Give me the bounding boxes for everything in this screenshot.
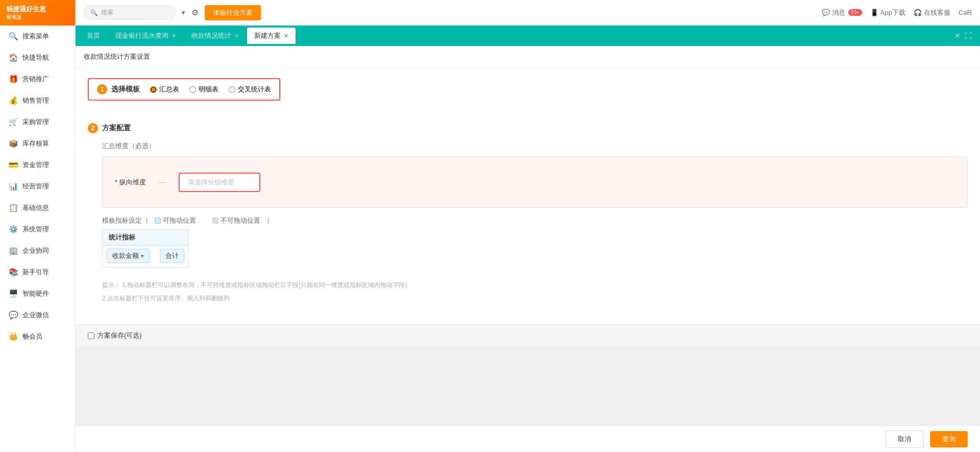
sidebar-item-capital[interactable]: 💳 资金管理	[0, 154, 75, 176]
tab-new-plan[interactable]: 新建方案✕	[247, 28, 296, 44]
section1-wrapper: 1 选择模板 汇总表 明细表	[88, 78, 968, 113]
tab-home[interactable]: 首页	[80, 28, 107, 44]
search-icon: 🔍	[90, 9, 98, 16]
radio-cross[interactable]: 交叉统计表	[229, 85, 271, 94]
fixed-dot	[212, 218, 218, 224]
sidebar-item-basic-info[interactable]: 📋 基础信息	[0, 197, 75, 219]
tab-label-collection-stat: 收款情况统计	[191, 31, 231, 40]
sidebar-item-marketing[interactable]: 🎁 营销推广	[0, 68, 75, 90]
dimension-label: 汇总维度（必选）	[102, 141, 968, 151]
tips-section: 提示： 1.拖动标题栏可以调整布局，不可跨维度或指标区域拖动栏目字段(只能在同一…	[102, 280, 968, 304]
radio-summary-input[interactable]	[150, 86, 157, 93]
tabs-list: 首页现金银行流水查询✕收款情况统计✕新建方案✕	[80, 28, 296, 44]
amount-label: 收款金额	[112, 251, 139, 260]
section2-title: 方案配置	[102, 124, 131, 133]
sidebar-label-quick-nav: 快捷导航	[22, 53, 49, 62]
sidebar-label-member: 畅会员	[22, 332, 42, 341]
sidebar-label-inventory: 库存核算	[22, 139, 49, 148]
sidebar-icon-sales: 💰	[8, 96, 18, 105]
dimension-config: 汇总维度（必选） * 纵向维度 — 请选择分组维度 模板指标设定（	[102, 141, 968, 304]
section1-num: 1	[97, 84, 107, 94]
app-icon: 📱	[870, 9, 878, 16]
settings-gear-icon[interactable]: ⚙	[191, 8, 199, 17]
tab-label-new-plan: 新建方案	[254, 31, 281, 40]
amount-dropdown-icon: ▾	[141, 253, 144, 259]
footer-section: 方案保存(可选)	[76, 324, 980, 346]
sidebar-label-sales: 销售管理	[22, 96, 49, 105]
radio-detail-label: 明细表	[199, 85, 218, 94]
section1-title: 选择模板	[111, 85, 140, 94]
sidebar-item-hardware[interactable]: 🖥️ 智能硬件	[0, 283, 75, 304]
sidebar-icon-inventory: 📦	[8, 139, 18, 148]
radio-cross-label: 交叉统计表	[238, 85, 271, 94]
maximize-window-icon[interactable]: ⛶	[965, 32, 972, 40]
sidebar-label-purchase: 采购管理	[22, 117, 49, 127]
sidebar-item-quick-nav[interactable]: 🏠 快捷导航	[0, 47, 75, 68]
row-dimension-label: * 纵向维度	[115, 178, 146, 187]
section1-header: 1 选择模板	[97, 84, 140, 94]
logo-text: 畅捷通好生意	[6, 5, 46, 14]
sidebar-icon-system: ⚙️	[8, 225, 18, 234]
tab-bank-flow[interactable]: 现金银行流水查询✕	[108, 28, 183, 44]
radio-detail[interactable]: 明细表	[189, 85, 218, 94]
sidebar-item-inventory[interactable]: 📦 库存核算	[0, 133, 75, 154]
sidebar-item-system[interactable]: ⚙️ 系统管理	[0, 219, 75, 240]
sidebar-item-search-menu[interactable]: 🔍 搜索菜单	[0, 26, 75, 47]
tab-collection-stat[interactable]: 收款情况统计✕	[184, 28, 246, 44]
sidebar-icon-quick-nav: 🏠	[8, 53, 18, 62]
trial-button[interactable]: 体验行业方案	[205, 5, 261, 20]
online-service-button[interactable]: 🎧 在线客服	[914, 8, 950, 17]
cancel-button[interactable]: 取消	[885, 431, 924, 448]
close-window-icon[interactable]: ✕	[954, 32, 961, 40]
notification-button[interactable]: 💬 消息 99+	[822, 8, 862, 17]
radio-cross-input[interactable]	[229, 86, 235, 93]
save-plan-checkbox[interactable]	[88, 332, 94, 339]
app-download-button[interactable]: 📱 App下载	[870, 8, 905, 17]
sidebar-icon-purchase: 🛒	[8, 117, 18, 127]
radio-summary[interactable]: 汇总表	[150, 85, 179, 94]
sidebar-item-enterprise[interactable]: 🏢 企业协同	[0, 240, 75, 261]
radio-summary-label: 汇总表	[159, 85, 179, 94]
tab-close-new-plan[interactable]: ✕	[284, 33, 288, 39]
logo-sub: 标准版	[6, 14, 46, 21]
search-box[interactable]: 🔍 搜索	[84, 6, 176, 19]
sidebar-icon-enterprise: 🏢	[8, 246, 18, 255]
amount-tag[interactable]: 收款金额 ▾	[107, 249, 150, 263]
save-plan-checkbox-label[interactable]: 方案保存(可选)	[88, 331, 142, 340]
breadcrumb: 收款情况统计方案设置	[84, 53, 150, 60]
sidebar-item-guide[interactable]: 📚 新手引导	[0, 261, 75, 283]
total-tag[interactable]: 合计	[160, 249, 184, 263]
content-scroll: 收款情况统计方案设置 1 选择模板 汇总表	[76, 46, 980, 425]
stats-title: 统计指标	[109, 233, 135, 241]
sidebar-item-member[interactable]: 👑 畅会员	[0, 326, 75, 347]
sidebar-icon-management: 📊	[8, 182, 18, 191]
sidebar-item-management[interactable]: 📊 经营管理	[0, 176, 75, 197]
tip-line2: 2.点击标题栏下拉可设置排序、插入列和删除列	[102, 293, 968, 304]
search-dropdown-icon[interactable]: ▾	[182, 9, 185, 16]
main-content: 🔍 搜索 ▾ ⚙ 体验行业方案 💬 消息 99+ 📱 App下载 🎧 在线客服 …	[76, 0, 980, 452]
tab-bar: 首页现金银行流水查询✕收款情况统计✕新建方案✕ ✕ ⛶	[76, 26, 980, 46]
sidebar-icon-search-menu: 🔍	[8, 32, 18, 41]
movable-legend: 可拖动位置	[155, 216, 196, 225]
sidebar-label-marketing: 营销推广	[22, 75, 49, 84]
user-info[interactable]: CaR	[959, 9, 972, 16]
sidebar-icon-guide: 📚	[8, 268, 18, 277]
dimension-select[interactable]: 请选择分组维度	[179, 173, 260, 192]
section2-wrapper: 2 方案配置 汇总维度（必选） * 纵向维度 — 请选择分组维度	[88, 123, 968, 304]
sidebar-item-wechat[interactable]: 💬 企业微信	[0, 304, 75, 326]
sidebar-item-purchase[interactable]: 🛒 采购管理	[0, 111, 75, 133]
metrics-section: 模板指标设定（ 可拖动位置 不可拖动位置 ）	[102, 216, 968, 268]
section2-num: 2	[88, 123, 98, 133]
radio-detail-input[interactable]	[189, 86, 196, 93]
sidebar-item-sales[interactable]: 💰 销售管理	[0, 90, 75, 111]
notification-icon: 💬	[822, 9, 830, 16]
dimension-area: * 纵向维度 — 请选择分组维度	[102, 157, 968, 208]
app-download-label: App下载	[880, 8, 905, 17]
sidebar-icon-basic-info: 📋	[8, 203, 18, 212]
tab-close-bank-flow[interactable]: ✕	[172, 33, 176, 39]
sidebar-label-system: 系统管理	[22, 225, 49, 234]
sidebar-icon-capital: 💳	[8, 160, 18, 170]
query-button[interactable]: 查询	[930, 431, 968, 447]
tab-close-collection-stat[interactable]: ✕	[234, 33, 239, 39]
stats-table-header: 统计指标	[103, 230, 188, 246]
